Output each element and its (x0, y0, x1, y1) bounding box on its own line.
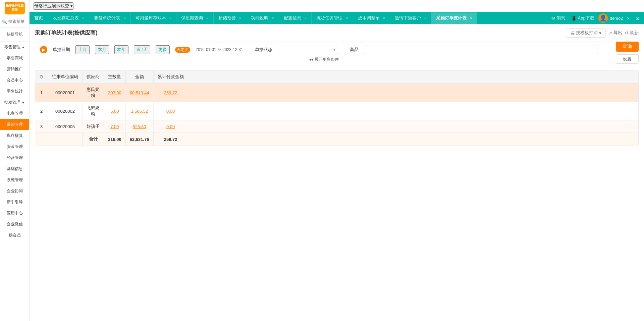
cell-amount[interactable]: 1,586.52 (125, 102, 153, 120)
sidebar-item-retail[interactable]: 零售管理 ▲ (0, 42, 29, 53)
print-button[interactable]: 🖨 按模板打印 ▾ (566, 28, 606, 38)
custom-date-badge[interactable]: 自定义 (175, 47, 190, 53)
close-icon[interactable]: × (470, 16, 472, 20)
sidebar-item-system[interactable]: 系统管理 (0, 174, 29, 185)
tab-config[interactable]: 配置信息 × (279, 12, 312, 24)
cell-amount[interactable]: 525.80 (125, 120, 153, 133)
sidebar-item-label: 企业协同 (7, 188, 23, 194)
main-area: 母婴行业演示账套 ▾ 首页 收发存汇总表 × 要货单统计表 × 可用量库存账本 … (30, 0, 644, 321)
cell-supplier: 好孩子 (83, 120, 104, 133)
close-icon[interactable]: × (305, 16, 307, 20)
avatar-image: 👤 (599, 14, 607, 22)
table-row[interactable]: 2 00020002 飞鹤奶粉 6.00 1,586.52 0.00 (35, 102, 638, 120)
close-icon[interactable]: × (169, 16, 171, 20)
message-button[interactable]: ✉ 消息 (549, 14, 567, 22)
goods-search-input[interactable] (364, 46, 598, 54)
tab-cost-adjust[interactable]: 成本调整单 × (353, 12, 390, 24)
sidebar-item-ecommerce[interactable]: 电商管理 (0, 108, 29, 119)
tab-available-stock[interactable]: 可用量库存账本 × (131, 12, 176, 24)
sidebar-item-newbie[interactable]: 新手引导 (0, 197, 29, 208)
tab-function-desc[interactable]: 功能说明 × (246, 12, 279, 24)
shortcut-this-month[interactable]: 本月 (95, 45, 109, 54)
tab-invite-downstream[interactable]: 邀请下游客户 × (390, 12, 431, 24)
app-download-button[interactable]: 📱 App下载 (569, 14, 596, 22)
sidebar-item-base[interactable]: 基础信息 (0, 163, 29, 174)
tab-order-stats[interactable]: 要货单统计表 × (89, 12, 130, 24)
sidebar-item-retail-stats[interactable]: 零售统计 (0, 86, 29, 97)
query-button[interactable]: 查询 (616, 42, 639, 52)
shortcut-7days[interactable]: 近7天 (134, 45, 150, 54)
sidebar-item-inventory[interactable]: 库存核算 (0, 130, 29, 141)
cell-quantity[interactable]: 7.00 (104, 120, 126, 133)
date-filter-label: 单据日期 (53, 47, 70, 53)
shortcut-last-month[interactable]: 上月 (75, 45, 90, 54)
sidebar-item-purchase[interactable]: 采购管理 (0, 119, 29, 130)
sidebar-item-enterprise[interactable]: 企业协同 (0, 185, 29, 197)
sidebar-item-finance[interactable]: 资金管理 (0, 141, 29, 152)
col-settings: ⚙ (35, 70, 48, 84)
cell-index: 3 (35, 120, 48, 133)
cell-paid[interactable]: 0.00 (153, 120, 188, 133)
close-icon[interactable]: × (346, 16, 348, 20)
shortcut-more[interactable]: 更多 (156, 45, 170, 54)
tab-overstock[interactable]: 超储预警 × (214, 12, 246, 24)
sidebar-item-marketing[interactable]: 营销推广 (0, 64, 29, 75)
export-button[interactable]: ↗ 导出 (608, 30, 622, 36)
tab-purchase-order-stats[interactable]: 采购订单统计表 × (431, 12, 477, 24)
tab-label: 超储预警 (218, 15, 236, 21)
table-row[interactable]: 3 00020005 好孩子 7.00 525.80 0.00 (35, 120, 638, 133)
tab-stock-summary[interactable]: 收发存汇总表 × (48, 12, 89, 24)
filter-toggle-button[interactable]: ▶ (40, 46, 47, 53)
close-icon[interactable]: × (239, 16, 241, 20)
settings-button[interactable]: 设置 (616, 54, 639, 64)
tab-expiry[interactable]: 保质期查询 × (176, 12, 213, 24)
expand-filter-button[interactable]: ▾▾ 展开更多条件 (309, 57, 339, 62)
printer-icon: 🖨 (570, 31, 575, 36)
shortcut-this-year[interactable]: 本年 (114, 45, 128, 54)
close-window-button[interactable]: × (625, 14, 632, 22)
more-filter-button[interactable]: ... (604, 47, 608, 53)
close-icon[interactable]: × (82, 16, 84, 20)
goods-filter-label: 商品 (350, 47, 359, 53)
sidebar-item-apps[interactable]: 应用中心 (0, 208, 29, 219)
cell-paid[interactable]: 259.72 (153, 84, 188, 102)
close-icon[interactable]: × (272, 16, 274, 20)
close-icon[interactable]: × (424, 16, 426, 20)
tab-pick-task[interactable]: 拣货任务管理 × (312, 12, 353, 24)
sidebar-item-wholesale[interactable]: 批发管理 ▼ (0, 97, 29, 108)
close-icon[interactable]: × (123, 16, 125, 20)
sidebar-item-members[interactable]: 会员中心 (0, 75, 29, 86)
column-settings-icon[interactable]: ⚙ (39, 74, 44, 79)
cell-paid[interactable]: 0.00 (153, 102, 188, 120)
cell-quantity[interactable]: 303.00 (104, 84, 126, 102)
search-menu-button[interactable]: 🔍 搜索菜单 (2, 19, 27, 24)
table-footer-row: 合计 316.00 62,631.76 259.72 (35, 133, 638, 146)
sidebar-item-retail-shop[interactable]: 零售商城 (0, 53, 29, 64)
maximize-window-button[interactable]: ⊡ (634, 14, 641, 22)
cell-empty (188, 102, 638, 120)
close-icon[interactable]: × (206, 16, 208, 20)
tab-home[interactable]: 首页 (30, 12, 48, 24)
tab-label: 首页 (34, 15, 43, 21)
page-title: 采购订单统计表(按供应商) (35, 30, 98, 37)
refresh-button[interactable]: ↺ 刷新 (625, 30, 639, 36)
sidebar-item-wechat[interactable]: 企业微信 (0, 219, 29, 230)
filter-divider: | (249, 47, 250, 52)
expand-icon: ▼ (21, 101, 25, 104)
sidebar-search-area[interactable]: 🔍 搜索菜单 (0, 16, 29, 28)
close-icon[interactable]: × (383, 16, 385, 20)
col-supplier: 供应商 (83, 70, 104, 84)
sidebar-item-vip[interactable]: 畅会员 (0, 230, 29, 241)
cell-quantity[interactable]: 6.00 (104, 102, 126, 120)
table-row[interactable]: 1 00020001 惠氏奶粉 303.00 60,519.44 259.72 (35, 84, 638, 102)
cell-amount[interactable]: 60,519.44 (125, 84, 153, 102)
sidebar-item-label: 企业微信 (7, 221, 23, 227)
sidebar-menu-list: 零售管理 ▲ 零售商城 营销推广 会员中心 零售统计 批发管理 ▼ 电商管理 采… (0, 42, 29, 321)
workspace-selector[interactable]: 母婴行业演示账套 ▾ (34, 2, 73, 10)
table-header-row: ⚙ 往来单位编码 供应商 主数量 金额 累计付款金额 (35, 70, 638, 84)
sidebar-item-operations[interactable]: 经营管理 (0, 152, 29, 163)
logo-image: 畅捷通好生意 标版 (5, 2, 25, 14)
user-avatar[interactable]: 👤 (598, 13, 608, 23)
shortcut-nav-button[interactable]: 快捷导航 (0, 30, 29, 39)
status-select[interactable] (278, 46, 338, 54)
